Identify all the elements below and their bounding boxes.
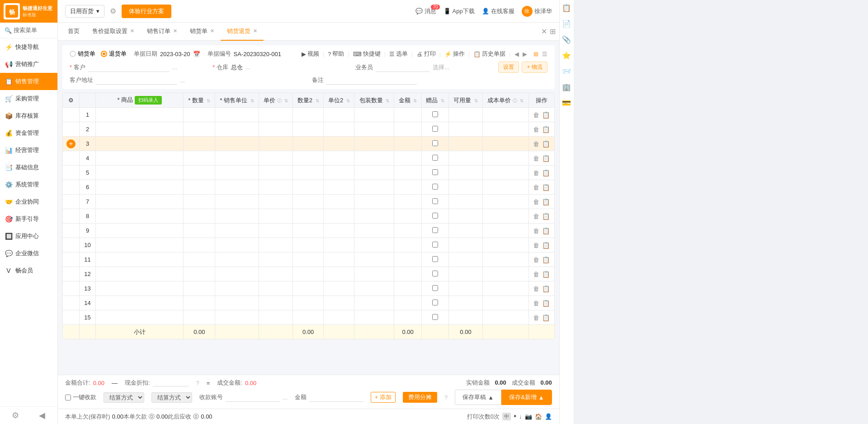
avail-sort-icon[interactable]: ⇅ — [474, 98, 478, 103]
cost-sort-icon[interactable]: ⇅ — [520, 98, 524, 103]
sidebar-item-system[interactable]: ⚙️ 系统管理 — [0, 176, 57, 193]
right-panel-icon-1[interactable]: 📋 — [562, 4, 571, 12]
product-input-3[interactable] — [99, 140, 179, 147]
copy-row-icon-6[interactable]: 📋 — [542, 184, 550, 191]
gift-checkbox-9[interactable] — [432, 227, 438, 233]
toolbar-history-btn[interactable]: 📋 历史单据 — [473, 50, 505, 58]
right-panel-icon-3[interactable]: 📎 — [562, 35, 571, 44]
copy-row-icon-9[interactable]: 📋 — [542, 227, 550, 234]
gift-checkbox-10[interactable] — [432, 242, 438, 248]
radio-sale-delivery[interactable]: 销货单 — [70, 50, 95, 58]
unit2-sort-icon[interactable]: ⇅ — [346, 98, 350, 103]
gift-checkbox-3[interactable] — [432, 140, 438, 146]
delete-row-icon-15[interactable]: 🗑 — [533, 314, 539, 321]
tab-sale-order[interactable]: 销售订单 ✕ — [141, 23, 184, 41]
tab-sale-price[interactable]: 售价提取设置 ✕ — [86, 23, 141, 41]
sidebar-item-member[interactable]: V 畅会员 — [0, 262, 57, 279]
price-sort-icon[interactable]: ⇅ — [284, 98, 288, 103]
account-picker-btn[interactable]: ... — [283, 394, 288, 401]
copy-row-icon-15[interactable]: 📋 — [542, 314, 550, 321]
copy-row-icon-1[interactable]: 📋 — [542, 111, 550, 119]
notification-button[interactable]: 💬 消息 70 — [415, 7, 436, 15]
toolbar-video-btn[interactable]: ▶ 视频 — [302, 50, 319, 58]
toolbar-select-btn[interactable]: ☰ 选单 — [389, 50, 408, 58]
delete-row-icon-7[interactable]: 🗑 — [533, 198, 539, 205]
right-panel-icon-6[interactable]: 🏢 — [562, 83, 571, 91]
copy-row-icon-2[interactable]: 📋 — [542, 126, 550, 133]
delete-row-icon-5[interactable]: 🗑 — [533, 169, 539, 176]
tab-close-icon[interactable]: ✕ — [130, 28, 134, 34]
sidebar-item-search[interactable]: 🔍 搜索菜单 — [0, 23, 57, 38]
gift-checkbox-2[interactable] — [432, 126, 438, 132]
fee-question-icon[interactable]: ? — [444, 394, 448, 401]
sidebar-item-capital[interactable]: 💰 资金管理 — [0, 124, 57, 142]
list-view-icon[interactable]: ☰ — [542, 51, 547, 57]
gift-checkbox-7[interactable] — [432, 198, 438, 204]
right-panel-icon-4[interactable]: ⭐ — [562, 51, 571, 60]
salesperson-input[interactable] — [376, 63, 430, 72]
delete-row-icon-12[interactable]: 🗑 — [533, 271, 539, 278]
toolbar-print-btn[interactable]: 🖨 打印 — [417, 50, 436, 58]
warehouse-picker-btn[interactable]: ... — [245, 64, 250, 71]
online-service-button[interactable]: 👤 在线客服 — [482, 7, 514, 15]
grid-view-icon[interactable]: ⊞ — [533, 51, 538, 57]
sidebar-item-apps[interactable]: 🔲 应用中心 — [0, 228, 57, 245]
add-payment-button[interactable]: + 添加 — [371, 392, 396, 403]
tab-sale-return[interactable]: 销货退货 ✕ — [221, 23, 264, 41]
note-input[interactable] — [326, 76, 417, 85]
sidebar-item-guide[interactable]: 🎯 新手引导 — [0, 210, 57, 228]
gift-checkbox-4[interactable] — [432, 155, 438, 161]
add-row-button[interactable]: + — [66, 139, 75, 148]
scan-entry-button[interactable]: 扫码录入 — [135, 96, 162, 105]
gift-checkbox-13[interactable] — [432, 285, 438, 291]
radio-sale-return[interactable]: 退货单 — [101, 50, 127, 58]
fee-split-button[interactable]: 费用分摊 — [403, 392, 437, 403]
table-gear-icon[interactable]: ⚙ — [68, 97, 74, 104]
gift-checkbox-6[interactable] — [432, 184, 438, 190]
salesperson-picker-btn[interactable]: 选择... — [433, 63, 449, 71]
tab-close-active-icon[interactable]: ✕ — [253, 28, 257, 34]
product-input-1[interactable] — [99, 111, 179, 118]
customer-input[interactable] — [88, 63, 170, 72]
gift-checkbox-8[interactable] — [432, 213, 438, 219]
tab-maximize-icon[interactable]: ⊞ — [550, 27, 556, 36]
qty-sort-icon[interactable]: ⇅ — [207, 98, 210, 103]
cost-info-icon[interactable]: ⓘ — [513, 98, 517, 103]
copy-row-icon-4[interactable]: 📋 — [542, 155, 550, 162]
tab-close-icon[interactable]: ✕ — [210, 28, 214, 34]
address-picker-btn[interactable]: ... — [180, 77, 185, 84]
tab-close-icon[interactable]: ✕ — [173, 28, 177, 34]
gift-checkbox-11[interactable] — [432, 256, 438, 262]
question-icon[interactable]: ? — [196, 380, 199, 386]
add-logistics-button[interactable]: + 物流 — [522, 62, 547, 73]
account-input[interactable] — [226, 393, 280, 402]
toolbar-actions-btn[interactable]: ⚡ 操作 — [444, 50, 465, 58]
sidebar-item-quick-nav[interactable]: ⚡ 快捷导航 — [0, 38, 57, 56]
copy-row-icon-5[interactable]: 📋 — [542, 169, 550, 176]
trial-button[interactable]: 体验行业方案 — [122, 5, 171, 18]
toolbar-help-btn[interactable]: ? 帮助 — [328, 50, 344, 58]
delete-row-icon-9[interactable]: 🗑 — [533, 227, 539, 234]
delete-row-icon-2[interactable]: 🗑 — [533, 126, 539, 133]
save-draft-button[interactable]: 保存草稿 ▲ — [455, 390, 501, 405]
sidebar-item-basics[interactable]: 📑 基础信息 — [0, 159, 57, 176]
calendar-icon[interactable]: 📅 — [193, 51, 200, 57]
right-panel-icon-5[interactable]: 📨 — [562, 67, 571, 76]
tab-sale-delivery[interactable]: 销货单 ✕ — [184, 23, 221, 41]
one-key-pay-checkbox[interactable]: 一键收款 — [65, 393, 96, 401]
tab-close-all-icon[interactable]: ✕ — [541, 27, 547, 36]
pack-sort-icon[interactable]: ⇅ — [386, 98, 389, 103]
copy-row-icon-11[interactable]: 📋 — [542, 256, 550, 263]
delete-row-icon-1[interactable]: 🗑 — [533, 111, 539, 119]
save-new-button[interactable]: 保存&新增 ▲ — [501, 390, 552, 405]
sidebar-item-enterprise[interactable]: 🤝 企业协同 — [0, 193, 57, 210]
delete-row-icon-14[interactable]: 🗑 — [533, 300, 539, 307]
unit-sort-icon[interactable]: ⇅ — [250, 98, 254, 103]
tab-home[interactable]: 首页 — [61, 23, 86, 41]
copy-row-icon-13[interactable]: 📋 — [542, 285, 550, 292]
delete-row-icon-6[interactable]: 🗑 — [533, 184, 539, 191]
topbar-gear-icon[interactable]: ⚙ — [110, 7, 116, 15]
calc-select[interactable]: 结算方式 — [151, 392, 192, 403]
settings-bottom-icon[interactable]: ⚙ — [4, 410, 27, 420]
qty2-sort-icon[interactable]: ⇅ — [316, 98, 319, 103]
